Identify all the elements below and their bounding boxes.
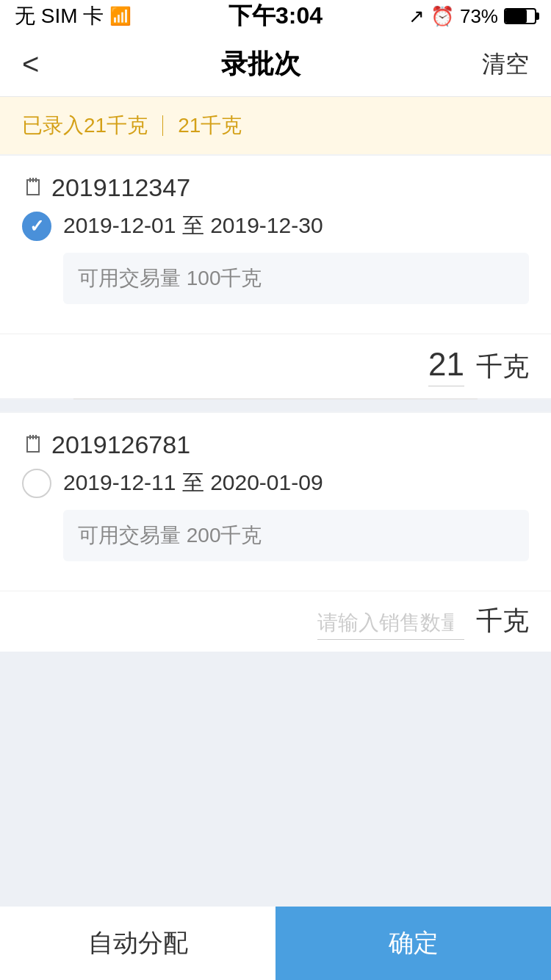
info-banner: 已录入21千克 21千克 xyxy=(0,97,551,154)
avail-text-1: 可用交易量 100千克 xyxy=(78,267,262,289)
nav-bar: < 录批次 清空 xyxy=(0,32,551,97)
page-title: 录批次 xyxy=(221,46,300,82)
batch-id-text-2: 2019126781 xyxy=(51,430,190,459)
alarm-icon: ⏰ xyxy=(431,5,454,28)
section-divider xyxy=(0,400,551,411)
quantity-row-2: 千克 xyxy=(0,591,551,652)
avail-box-2: 可用交易量 200千克 xyxy=(63,510,529,561)
battery-icon xyxy=(504,8,536,24)
batch-card-2: 🗒 2019126781 2019-12-11 至 2020-01-09 可用交… xyxy=(0,413,551,591)
total-amount: 21千克 xyxy=(178,112,242,140)
status-bar: 无 SIM 卡 📶 下午3:04 ↗ ⏰ 73% xyxy=(0,0,551,32)
batch-date-row-1[interactable]: 2019-12-01 至 2019-12-30 xyxy=(22,211,529,241)
wifi-icon: 📶 xyxy=(109,6,132,26)
confirm-button[interactable]: 确定 xyxy=(276,907,551,980)
banner-divider xyxy=(162,115,163,136)
batch-date-row-2[interactable]: 2019-12-11 至 2020-01-09 xyxy=(22,468,529,498)
back-button[interactable]: < xyxy=(22,48,39,81)
status-time: 下午3:04 xyxy=(228,0,323,32)
auto-distribute-button[interactable]: 自动分配 xyxy=(0,907,276,980)
location-icon: ↗ xyxy=(408,5,425,28)
batch-id-text-1: 2019112347 xyxy=(51,173,190,202)
avail-box-1: 可用交易量 100千克 xyxy=(63,253,529,304)
batch-doc-icon-2: 🗒 xyxy=(22,431,46,458)
qty-value-1: 21 xyxy=(428,346,464,382)
avail-text-2: 可用交易量 200千克 xyxy=(78,524,262,547)
batch-card-1: 🗒 2019112347 2019-12-01 至 2019-12-30 可用交… xyxy=(0,156,551,334)
status-right: ↗ ⏰ 73% xyxy=(408,5,536,28)
batch-id-row-2: 🗒 2019126781 xyxy=(22,430,529,459)
qty-unit-2: 千克 xyxy=(476,603,529,639)
batch-date-text-2: 2019-12-11 至 2020-01-09 xyxy=(63,468,323,498)
carrier-text: 无 SIM 卡 xyxy=(15,2,104,30)
batch-id-row-1: 🗒 2019112347 xyxy=(22,173,529,202)
clear-button[interactable]: 清空 xyxy=(482,48,529,81)
batch-date-text-1: 2019-12-01 至 2019-12-30 xyxy=(63,211,323,241)
batch-doc-icon-1: 🗒 xyxy=(22,174,46,201)
radio-unselected-2[interactable] xyxy=(22,469,51,498)
recorded-amount: 已录入21千克 xyxy=(22,112,148,140)
status-left: 无 SIM 卡 📶 xyxy=(15,2,132,30)
radio-selected-1[interactable] xyxy=(22,212,51,241)
bottom-buttons: 自动分配 确定 xyxy=(0,907,551,980)
quantity-row-1: 21 千克 xyxy=(0,334,551,398)
battery-text: 73% xyxy=(460,5,498,28)
qty-unit-1: 千克 xyxy=(476,349,529,385)
qty-input-2[interactable] xyxy=(317,603,464,636)
